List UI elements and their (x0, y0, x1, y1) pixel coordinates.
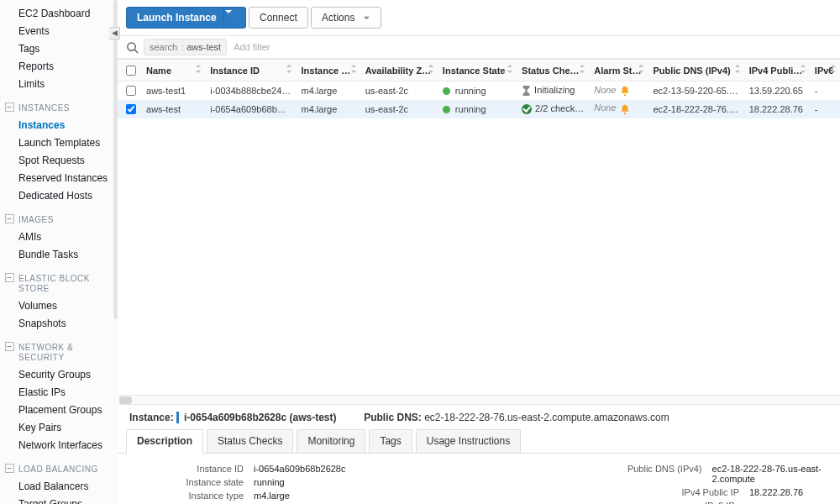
detail-grid: Instance IDi-0654a609b68b2628cInstance s… (118, 454, 840, 504)
alarm-icon[interactable] (619, 85, 631, 97)
sidebar-group-network-security[interactable]: −NETWORK & SECURITY (0, 339, 118, 366)
table-horizontal-scrollbar[interactable] (118, 395, 840, 405)
col-ipv6[interactable]: IPv6 (810, 60, 840, 81)
kv-value: 18.222.28.76 (749, 487, 803, 497)
filter-chip[interactable]: search : aws-test (144, 39, 227, 55)
add-filter-input[interactable]: Add filter (234, 42, 270, 52)
table-row[interactable]: aws-test1i-0034b888cbe247575m4.largeus-e… (118, 81, 840, 100)
cell-ipv6: - (810, 100, 840, 118)
table-row[interactable]: aws-testi-0654a609b68b2628cm4.largeus-ea… (118, 100, 840, 118)
cell-status-checks: Initializing (517, 81, 589, 100)
sort-icon[interactable] (286, 65, 292, 73)
instance-table-wrap: NameInstance IDInstance TypeAvailability… (118, 59, 840, 504)
sidebar-item-placement-groups[interactable]: Placement Groups (0, 402, 118, 419)
collapse-icon[interactable]: − (5, 102, 14, 112)
tab-description[interactable]: Description (126, 429, 203, 454)
sidebar-item-bundle-tasks[interactable]: Bundle Tasks (0, 246, 118, 264)
sort-icon[interactable] (579, 65, 585, 73)
sidebar-group-load-balancing[interactable]: −LOAD BALANCING (0, 461, 118, 478)
col-status-checks[interactable]: Status Checks (517, 60, 589, 81)
sidebar-item-ec2-dashboard[interactable]: EC2 Dashboard (0, 5, 118, 23)
sidebar-item-elastic-ips[interactable]: Elastic IPs (0, 384, 118, 402)
col-ipv4-public-ip[interactable]: IPv4 Public IP (744, 60, 810, 81)
collapse-icon[interactable]: − (5, 214, 14, 223)
launch-instance-split-icon[interactable] (223, 8, 245, 28)
sidebar-item-instances[interactable]: Instances (0, 117, 118, 134)
sort-icon[interactable] (800, 65, 806, 73)
tab-status-checks[interactable]: Status Checks (207, 429, 293, 453)
sort-icon[interactable] (507, 65, 513, 73)
scrollbar-thumb[interactable] (119, 396, 132, 404)
col-instance-state[interactable]: Instance State (438, 60, 517, 81)
kv-value: m4.large (254, 491, 290, 501)
sidebar-item-tags[interactable]: Tags (0, 40, 118, 58)
row-checkbox[interactable] (126, 86, 136, 96)
sidebar-item-volumes[interactable]: Volumes (0, 297, 118, 315)
collapse-icon[interactable]: − (5, 342, 14, 351)
sidebar-item-spot-requests[interactable]: Spot Requests (0, 152, 118, 170)
sidebar-item-amis[interactable]: AMIs (0, 228, 118, 246)
kv-row: Instance IDi-0654a609b68b2628c (136, 462, 606, 475)
svg-point-2 (623, 94, 625, 96)
sidebar-item-dedicated-hosts[interactable]: Dedicated Hosts (0, 187, 118, 205)
kv-value: running (254, 477, 285, 487)
sidebar-item-load-balancers[interactable]: Load Balancers (0, 478, 118, 496)
sidebar-group-images[interactable]: −IMAGES (0, 212, 118, 228)
col-checkbox[interactable] (118, 60, 141, 81)
filter-bar: search : aws-test Add filter (118, 35, 840, 59)
sidebar-item-target-groups[interactable]: Target Groups (0, 496, 118, 504)
sidebar-item-key-pairs[interactable]: Key Pairs (0, 419, 118, 437)
cell-checkbox[interactable] (118, 81, 141, 100)
kv-row: Public DNS (IPv4)ec2-18-222-28-76.us-eas… (606, 462, 822, 486)
tab-tags[interactable]: Tags (369, 429, 412, 453)
cell-name: aws-test (141, 100, 205, 118)
cell-instance-id: i-0654a609b68b2628c (205, 100, 296, 118)
svg-point-3 (623, 113, 625, 114)
kv-key: Instance ID (136, 464, 254, 474)
sort-icon[interactable] (734, 65, 741, 73)
collapse-icon[interactable]: − (5, 273, 14, 282)
col-instance-type[interactable]: Instance Type (296, 60, 360, 81)
collapse-icon[interactable]: − (5, 464, 14, 473)
col-instance-id[interactable]: Instance ID (205, 60, 296, 81)
sidebar-item-launch-templates[interactable]: Launch Templates (0, 134, 118, 152)
cell-alarm[interactable]: None (589, 100, 648, 118)
content-area: Launch Instance Connect Actions search :… (118, 0, 840, 504)
col-availability-zone[interactable]: Availability Zone (360, 60, 438, 81)
sidebar-item-reports[interactable]: Reports (0, 58, 118, 76)
col-public-dns-ipv4-[interactable]: Public DNS (IPv4) (648, 60, 743, 81)
launch-instance-button[interactable]: Launch Instance (126, 7, 246, 29)
cell-alarm[interactable]: None (589, 81, 648, 100)
connect-button[interactable]: Connect (249, 7, 308, 29)
detail-instance-label: Instance: (129, 412, 174, 423)
col-alarm-status[interactable]: Alarm Status (589, 60, 648, 81)
sort-icon[interactable] (638, 65, 644, 73)
sort-icon[interactable] (830, 65, 837, 73)
sidebar-group-elastic-block-store[interactable]: −ELASTIC BLOCK STORE (0, 270, 118, 297)
sidebar-item-events[interactable]: Events (0, 23, 118, 40)
kv-row: IPv4 Public IP18.222.28.76 (606, 486, 822, 499)
sidebar-group-instances[interactable]: −INSTANCES (0, 100, 118, 117)
sidebar-item-limits[interactable]: Limits (0, 76, 118, 93)
tab-monitoring[interactable]: Monitoring (297, 429, 365, 453)
detail-dns-label: Public DNS: (364, 412, 422, 423)
sidebar-item-reserved-instances[interactable]: Reserved Instances (0, 170, 118, 187)
state-dot-icon (443, 87, 450, 95)
cell-checkbox[interactable] (118, 100, 141, 118)
row-checkbox[interactable] (126, 104, 136, 114)
sidebar-item-security-groups[interactable]: Security Groups (0, 366, 118, 384)
tab-usage-instructions[interactable]: Usage Instructions (416, 429, 521, 453)
cell-az: us-east-2c (360, 81, 438, 100)
actions-button[interactable]: Actions (311, 7, 381, 29)
cell-name: aws-test1 (141, 81, 205, 100)
alarm-icon[interactable] (619, 103, 631, 115)
kv-key: IPv6 IPs (606, 501, 749, 504)
sidebar-item-snapshots[interactable]: Snapshots (0, 315, 118, 333)
select-all-checkbox[interactable] (126, 66, 136, 76)
search-icon (126, 41, 139, 54)
col-name[interactable]: Name (141, 60, 205, 81)
sort-icon[interactable] (428, 65, 434, 73)
sort-icon[interactable] (195, 65, 202, 73)
sort-icon[interactable] (350, 65, 357, 73)
sidebar-item-network-interfaces[interactable]: Network Interfaces (0, 437, 118, 454)
